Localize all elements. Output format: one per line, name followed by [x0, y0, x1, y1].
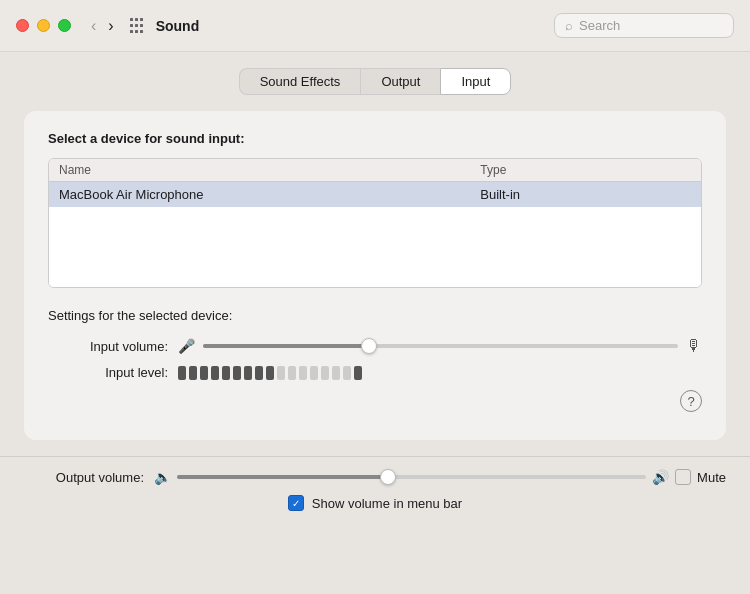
level-bar-16 — [343, 366, 351, 380]
show-volume-row: ✓ Show volume in menu bar — [24, 495, 726, 511]
input-level-label: Input level: — [48, 365, 168, 380]
volume-low-icon: 🔈 — [154, 469, 171, 485]
level-bar-12 — [299, 366, 307, 380]
mic-high-icon: 🎙 — [686, 337, 702, 355]
checkmark-icon: ✓ — [292, 498, 300, 509]
level-bar-14 — [321, 366, 329, 380]
col-name-header: Name — [59, 163, 480, 177]
level-bar-4 — [211, 366, 219, 380]
close-button[interactable] — [16, 19, 29, 32]
window-title: Sound — [156, 18, 200, 34]
tab-output[interactable]: Output — [360, 68, 440, 95]
mute-checkbox[interactable] — [675, 469, 691, 485]
titlebar: ‹ › Sound ⌕ Search — [0, 0, 750, 52]
volume-high-icon: 🔊 — [652, 469, 669, 485]
table-header: Name Type — [49, 159, 701, 182]
col-type-header: Type — [480, 163, 691, 177]
show-volume-checkbox[interactable]: ✓ — [288, 495, 304, 511]
select-device-label: Select a device for sound input: — [48, 131, 702, 146]
input-volume-row: Input volume: 🎤 🎙 — [48, 337, 702, 355]
table-empty-area — [49, 207, 701, 287]
level-bar-7 — [244, 366, 252, 380]
input-volume-slider[interactable] — [203, 344, 678, 348]
mute-label: Mute — [697, 470, 726, 485]
output-volume-fill — [177, 475, 388, 479]
bottom-bar: Output volume: 🔈 🔊 Mute ✓ Show volume in… — [0, 456, 750, 523]
tabs: Sound Effects Output Input — [24, 68, 726, 95]
traffic-lights — [16, 19, 71, 32]
search-icon: ⌕ — [565, 18, 573, 33]
output-volume-thumb[interactable] — [380, 469, 396, 485]
input-volume-fill — [203, 344, 369, 348]
tab-input[interactable]: Input — [440, 68, 511, 95]
level-bar-5 — [222, 366, 230, 380]
input-level-bars — [178, 366, 362, 380]
input-level-row: Input level: — [48, 365, 702, 380]
level-bar-3 — [200, 366, 208, 380]
level-bar-15 — [332, 366, 340, 380]
tab-sound-effects[interactable]: Sound Effects — [239, 68, 361, 95]
device-name: MacBook Air Microphone — [59, 187, 480, 202]
level-bar-2 — [189, 366, 197, 380]
level-bar-17 — [354, 366, 362, 380]
level-bar-9 — [266, 366, 274, 380]
maximize-button[interactable] — [58, 19, 71, 32]
settings-label: Settings for the selected device: — [48, 308, 702, 323]
level-bar-1 — [178, 366, 186, 380]
device-type: Built-in — [480, 187, 691, 202]
mute-row: Mute — [675, 469, 726, 485]
search-placeholder: Search — [579, 18, 620, 33]
output-volume-label: Output volume: — [24, 470, 144, 485]
nav-buttons: ‹ › — [87, 16, 118, 36]
mic-low-icon: 🎤 — [178, 338, 195, 354]
input-volume-thumb[interactable] — [361, 338, 377, 354]
input-volume-label: Input volume: — [48, 339, 168, 354]
level-bar-13 — [310, 366, 318, 380]
level-bar-11 — [288, 366, 296, 380]
main-content: Sound Effects Output Input Select a devi… — [0, 52, 750, 456]
search-bar[interactable]: ⌕ Search — [554, 13, 734, 38]
forward-button[interactable]: › — [104, 16, 117, 36]
minimize-button[interactable] — [37, 19, 50, 32]
back-button[interactable]: ‹ — [87, 16, 100, 36]
help-button[interactable]: ? — [680, 390, 702, 412]
output-volume-slider[interactable] — [177, 475, 646, 479]
level-bar-8 — [255, 366, 263, 380]
device-table: Name Type MacBook Air Microphone Built-i… — [48, 158, 702, 288]
input-panel: Select a device for sound input: Name Ty… — [24, 111, 726, 440]
output-volume-row: Output volume: 🔈 🔊 Mute — [24, 469, 726, 485]
level-bar-10 — [277, 366, 285, 380]
show-volume-label: Show volume in menu bar — [312, 496, 462, 511]
app-grid-icon[interactable] — [130, 18, 146, 34]
level-bar-6 — [233, 366, 241, 380]
help-row: ? — [48, 390, 702, 412]
table-row[interactable]: MacBook Air Microphone Built-in — [49, 182, 701, 207]
